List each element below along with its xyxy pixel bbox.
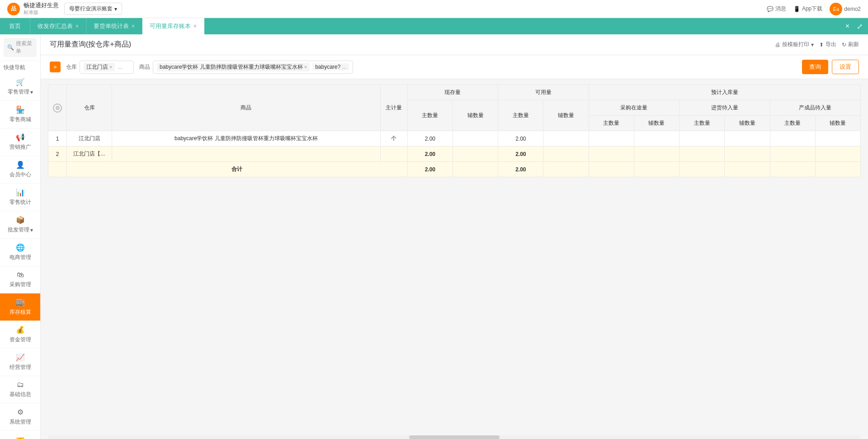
sidebar-item-members-label: 会员中心 (9, 171, 31, 179)
user-menu[interactable]: Ea demo2 (830, 3, 861, 15)
incoming-header: 进货待入量 (679, 100, 770, 116)
horizontal-scrollbar[interactable] (48, 435, 861, 439)
brand-icon: 品 (7, 3, 20, 15)
table-total-row: 合计 2.00 2.00 (48, 162, 861, 177)
sidebar-item-inventory[interactable]: 🏬 库存核算 (0, 293, 40, 321)
purchase-transit-aux-header: 辅数量 (634, 116, 679, 131)
product-tag-1-remove[interactable]: × (304, 64, 307, 70)
sidebar-item-ecommerce[interactable]: 🌐 电商管理 (0, 239, 40, 266)
sidebar-item-members[interactable]: 👤 会员中心 (0, 156, 40, 184)
brand-info: 畅捷通好生意 标准版 (24, 2, 59, 16)
tab-order-stats[interactable]: 要货单统计表 × (86, 18, 142, 34)
retail-icon: 🛒 (16, 78, 25, 86)
warehouse-tag-text: 江北门店 (86, 63, 108, 71)
sidebar-item-ecommerce-label: 电商管理 (9, 254, 31, 261)
row-2-warehouse: 江北门店【... (67, 146, 112, 162)
content-area: 可用量查询(按仓库+商品) 🖨 按模板打印 ▾ ⬆ 导出 ↻ 刷新 » (41, 34, 868, 439)
available-aux-header: 辅数量 (543, 100, 589, 131)
row-1-available-main: 2.00 (498, 131, 543, 146)
warehouse-tag-input[interactable]: 江北门店 × ... (80, 61, 134, 74)
page-header: 可用量查询(按仓库+商品) 🖨 按模板打印 ▾ ⬆ 导出 ↻ 刷新 (41, 34, 868, 55)
available-group-header: 可用量 (498, 85, 589, 100)
sidebar-item-system[interactable]: ⚙ 系统管理 (0, 403, 40, 431)
wholesale-icon: 📦 (16, 216, 25, 224)
row-1-unit: 个 (380, 131, 407, 146)
incoming-aux-header: 辅数量 (725, 116, 770, 131)
app-download-label: App下载 (802, 5, 822, 13)
sidebar-item-marketing[interactable]: 📢 营销推广 (0, 128, 40, 156)
total-label: 合计 (67, 162, 408, 177)
total-incoming-main (679, 162, 725, 177)
inventory-icon: 🏬 (16, 298, 25, 307)
sidebar: 🔍 搜索菜单 快捷导航 🛒 零售管理 ▾ 🏪 零售商城 📢 营销推广 👤 会员中… (0, 34, 41, 439)
chevron-icon-2: ▾ (30, 227, 33, 233)
industry-selector[interactable]: 母婴行业演示账套 ▾ (64, 3, 122, 15)
row-1-purchase-transit-main (589, 131, 634, 146)
close-window-button[interactable]: × (844, 20, 851, 32)
row-1-incoming-main (679, 131, 725, 146)
sidebar-item-operations-label: 经营管理 (9, 363, 31, 371)
print-label: 按模板打印 (782, 41, 809, 48)
data-table: ⚙ 仓库 商品 主计量 现存量 可用量 预计入库量 主数量 辅数量 主数量 辅数… (48, 85, 861, 177)
product-tag-dots[interactable]: ... (342, 64, 346, 70)
members-icon: 👤 (16, 160, 25, 169)
query-button[interactable]: 查询 (802, 60, 828, 74)
row-1-production-main (770, 131, 815, 146)
mobile-icon: 📱 (793, 6, 800, 12)
total-production-aux (815, 162, 860, 177)
total-available-aux (543, 162, 589, 177)
sidebar-item-wholesale[interactable]: 📦 批发管理 ▾ (0, 211, 40, 239)
warehouse-filter-dots[interactable]: ... (118, 64, 122, 70)
row-2-production-aux (815, 146, 860, 162)
sidebar-item-finance[interactable]: 💰 资金管理 (0, 321, 40, 349)
tab-home[interactable]: 首页 (0, 18, 30, 34)
sidebar-item-retail-stats[interactable]: 📊 零售统计 (0, 184, 40, 211)
app-download-button[interactable]: 📱 App下载 (793, 5, 822, 13)
tab-available-stock-close[interactable]: × (193, 23, 197, 29)
export-button[interactable]: ⬆ 导出 (819, 41, 836, 48)
row-2-stock-main: 2.00 (407, 146, 453, 162)
quick-nav-label: 快捷导航 (0, 61, 40, 73)
avatar: Ea (830, 3, 842, 15)
fullscreen-button[interactable]: ⤢ (855, 20, 864, 33)
settings-button[interactable]: 设置 (832, 60, 859, 74)
sidebar-item-retail-mall[interactable]: 🏪 零售商城 (0, 101, 40, 128)
row-2-unit (380, 146, 407, 162)
tab-receivable-close[interactable]: × (75, 23, 79, 29)
product-tag-input[interactable]: babycare学饮杯 儿童防摔防撞吸管杯重力球吸嘴杯宝宝水杯 × babyca… (153, 61, 353, 74)
print-template-button[interactable]: 🖨 按模板打印 ▾ (775, 41, 814, 48)
row-2-available-main: 2.00 (498, 146, 543, 162)
forecast-in-group-header: 预计入库量 (589, 85, 860, 100)
unit-column-header: 主计量 (380, 85, 407, 131)
sidebar-item-retail-stats-label: 零售统计 (9, 198, 31, 206)
row-1-production-aux (815, 131, 860, 146)
warehouse-tag: 江北门店 × (84, 63, 115, 71)
operations-icon: 📈 (16, 353, 25, 362)
sidebar-item-basics-label: 基础信息 (9, 391, 31, 398)
sidebar-item-operations[interactable]: 📈 经营管理 (0, 349, 40, 376)
row-1-stock-aux (453, 131, 498, 146)
sidebar-item-basics[interactable]: 🗂 基础信息 (0, 376, 40, 403)
search-menu-button[interactable]: 🔍 搜索菜单 (4, 38, 37, 57)
refresh-button[interactable]: ↻ 刷新 (842, 41, 859, 48)
scrollbar-thumb[interactable] (409, 435, 500, 439)
total-stock-aux (453, 162, 498, 177)
filter-expand-button[interactable]: » (50, 61, 61, 72)
stock-main-header: 主数量 (407, 100, 453, 131)
table-header-row-1: ⚙ 仓库 商品 主计量 现存量 可用量 预计入库量 (48, 85, 861, 100)
warehouse-tag-remove[interactable]: × (109, 64, 112, 70)
sidebar-item-enterprise[interactable]: 🤝 企业协同 (0, 431, 40, 439)
sidebar-search-area: 🔍 搜索菜单 (0, 34, 40, 61)
print-icon: 🖨 (775, 42, 780, 48)
tab-available-stock[interactable]: 可用量库存账本 × (142, 18, 204, 34)
tab-receivable[interactable]: 收发存汇总表 × (30, 18, 86, 34)
tab-order-stats-close[interactable]: × (132, 23, 135, 29)
brand-sub: 标准版 (24, 9, 59, 16)
message-button[interactable]: 💬 消息 (767, 5, 786, 13)
sidebar-item-purchase[interactable]: 🛍 采购管理 (0, 266, 40, 293)
sidebar-item-retail[interactable]: 🛒 零售管理 ▾ (0, 73, 40, 101)
column-settings-button[interactable]: ⚙ (53, 104, 62, 113)
stats-icon: 📊 (16, 188, 25, 197)
row-2-incoming-main (679, 146, 725, 162)
product-tag-1-text: babycare学饮杯 儿童防摔防撞吸管杯重力球吸嘴杯宝宝水杯 (160, 63, 303, 71)
